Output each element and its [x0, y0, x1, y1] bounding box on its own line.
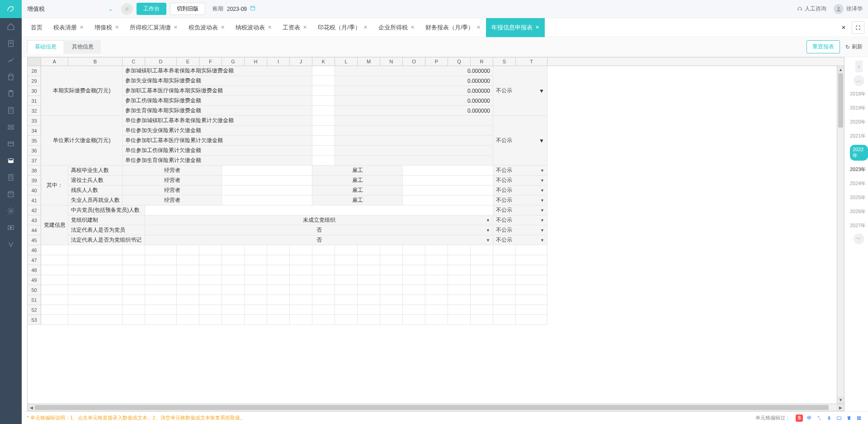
close-icon[interactable]: ✕	[174, 24, 178, 30]
subtab-basic[interactable]: 基础信息	[27, 40, 64, 54]
cell-empty[interactable]	[145, 275, 177, 285]
cell-empty[interactable]	[199, 315, 222, 325]
cell-empty[interactable]	[471, 275, 493, 285]
cell-input[interactable]	[145, 205, 493, 215]
year-item[interactable]: 2020年	[850, 115, 868, 129]
row-header[interactable]: 41	[28, 195, 41, 205]
cell-empty[interactable]	[403, 315, 425, 325]
cell-empty[interactable]	[177, 315, 199, 325]
cell-empty[interactable]	[493, 305, 516, 315]
cell-input[interactable]	[403, 186, 493, 195]
cell-empty[interactable]	[312, 265, 335, 275]
row-header[interactable]: 32	[28, 106, 41, 116]
col-header[interactable]: E	[177, 57, 199, 66]
cell-empty[interactable]	[516, 265, 547, 275]
cell-empty[interactable]	[267, 265, 290, 275]
cell-empty[interactable]	[358, 245, 380, 255]
row-header[interactable]: 42	[28, 205, 41, 215]
col-header[interactable]: N	[380, 57, 403, 66]
tab-6[interactable]: 工资表✕	[277, 18, 312, 37]
row-header[interactable]: 47	[28, 255, 41, 265]
cell-empty[interactable]	[199, 265, 222, 275]
cell-empty[interactable]	[471, 255, 493, 265]
cell-empty[interactable]	[145, 315, 177, 325]
cell-input[interactable]	[312, 156, 335, 166]
scroll-up-icon[interactable]: ▲	[837, 66, 844, 73]
cell-empty[interactable]	[425, 275, 448, 285]
row-header[interactable]: 49	[28, 275, 41, 285]
workbench-button[interactable]: 工作台	[137, 3, 166, 15]
row-header[interactable]: 44	[28, 225, 41, 235]
close-icon[interactable]: ✕	[363, 24, 368, 30]
cell-input[interactable]	[222, 176, 312, 186]
horizontal-scrollbar[interactable]: ◀ ▶	[27, 404, 844, 411]
cell-empty[interactable]	[425, 245, 448, 255]
cell-empty[interactable]	[403, 265, 425, 275]
year-item[interactable]: 2027年	[850, 219, 868, 233]
cell-empty[interactable]	[380, 305, 403, 315]
cell-empty[interactable]	[68, 275, 123, 285]
cell-empty[interactable]	[290, 265, 312, 275]
list-icon[interactable]	[121, 3, 133, 15]
calendar-icon[interactable]	[250, 5, 256, 13]
cell-empty[interactable]	[471, 285, 493, 295]
nav-chart-icon[interactable]	[0, 52, 22, 68]
cell-empty[interactable]	[448, 295, 471, 305]
cell-empty[interactable]	[380, 285, 403, 295]
nav-bag-icon[interactable]	[0, 68, 22, 85]
nav-v-icon[interactable]	[0, 236, 22, 252]
cell-empty[interactable]	[425, 265, 448, 275]
cell-empty[interactable]	[312, 285, 335, 295]
year-up-icon[interactable]: ︿	[854, 75, 864, 86]
cell-empty[interactable]	[312, 245, 335, 255]
cell-empty[interactable]	[245, 245, 267, 255]
cell-empty[interactable]	[516, 285, 547, 295]
row-header[interactable]: 36	[28, 146, 41, 156]
cell-empty[interactable]	[245, 315, 267, 325]
cell-empty[interactable]	[380, 275, 403, 285]
cell-empty[interactable]	[199, 295, 222, 305]
cell-empty[interactable]	[199, 275, 222, 285]
col-header[interactable]: F	[199, 57, 222, 66]
cell-empty[interactable]	[471, 265, 493, 275]
cell-empty[interactable]	[145, 265, 177, 275]
year-item[interactable]: 2021年	[850, 129, 868, 143]
tab-9[interactable]: 财务报表（月/季）✕	[420, 18, 486, 37]
tab-8[interactable]: 企业所得税✕	[373, 18, 420, 37]
period-value[interactable]: 2023-09	[227, 6, 247, 12]
nav-box-icon[interactable]	[0, 135, 22, 152]
cell-input[interactable]	[312, 146, 335, 156]
row-header[interactable]: 35	[28, 136, 41, 146]
col-header[interactable]: S	[493, 57, 516, 66]
cell-input[interactable]	[222, 195, 312, 205]
year-item[interactable]: 2024年	[850, 176, 868, 191]
cell-empty[interactable]	[41, 295, 68, 305]
cell-empty[interactable]	[493, 245, 516, 255]
col-header[interactable]: H	[245, 57, 267, 66]
row-header[interactable]: 37	[28, 156, 41, 166]
tab-4[interactable]: 税负波动表✕	[183, 18, 230, 37]
cell-empty[interactable]	[448, 275, 471, 285]
expand-button[interactable]	[852, 21, 864, 34]
cell-empty[interactable]	[245, 305, 267, 315]
cell-empty[interactable]	[222, 265, 245, 275]
cell-empty[interactable]	[312, 305, 335, 315]
nav-salary-icon[interactable]	[0, 152, 22, 169]
cell-empty[interactable]	[380, 265, 403, 275]
col-header[interactable]: K	[312, 57, 335, 66]
user-menu[interactable]: 徐泽华	[834, 4, 863, 14]
cell-empty[interactable]	[380, 245, 403, 255]
cell-empty[interactable]	[358, 285, 380, 295]
cell-empty[interactable]	[312, 255, 335, 265]
row-header[interactable]: 43	[28, 215, 41, 225]
cell-empty[interactable]	[290, 275, 312, 285]
refresh-button[interactable]: ↻ 刷新	[845, 43, 863, 51]
cell-input[interactable]	[312, 136, 335, 146]
ime-tools-icon[interactable]	[855, 414, 863, 422]
cell-empty[interactable]	[290, 315, 312, 325]
tab-7[interactable]: 印花税（月/季）✕	[312, 18, 373, 37]
cell-empty[interactable]	[222, 305, 245, 315]
cell-empty[interactable]	[448, 255, 471, 265]
cell-empty[interactable]	[448, 245, 471, 255]
cell-empty[interactable]	[123, 305, 145, 315]
